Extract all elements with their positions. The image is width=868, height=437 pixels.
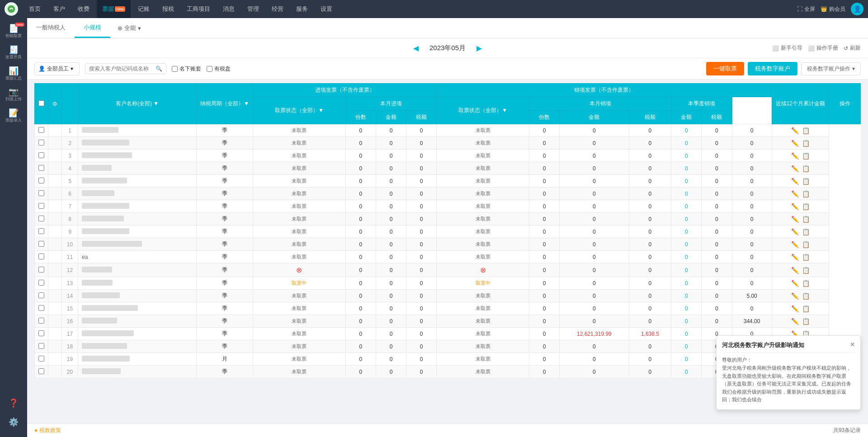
row-checkbox-2[interactable] xyxy=(38,140,44,146)
sidebar-item-summary[interactable]: 📊 票据汇总 xyxy=(2,64,25,84)
edit-icon-14[interactable]: ✏️ xyxy=(791,292,799,300)
nav-message[interactable]: 消息 xyxy=(217,0,240,18)
copy-icon-9[interactable]: 📋 xyxy=(802,228,810,235)
nav-invoice[interactable]: 票据 new xyxy=(97,0,131,18)
row-checkbox-16[interactable] xyxy=(38,318,44,324)
notif-close-btn[interactable]: ✕ xyxy=(850,341,855,349)
edit-icon-13[interactable]: ✏️ xyxy=(791,280,799,287)
edit-icon-5[interactable]: ✏️ xyxy=(791,178,799,185)
tax-policy-link[interactable]: ● 税政政策 xyxy=(34,427,61,434)
row-select[interactable] xyxy=(35,251,48,263)
edit-icon-7[interactable]: ✏️ xyxy=(791,203,799,210)
copy-icon-16[interactable]: 📋 xyxy=(802,318,810,325)
tab-small[interactable]: 小规模 xyxy=(75,18,110,38)
new-guide-btn[interactable]: ⬜ 新手引导 xyxy=(772,44,802,52)
next-date-btn[interactable]: ▶ xyxy=(473,42,486,54)
edit-icon-2[interactable]: ✏️ xyxy=(791,140,799,147)
fullscreen-btn[interactable]: ⛶ 全屏 xyxy=(797,5,815,13)
copy-icon-15[interactable]: 📋 xyxy=(802,305,810,312)
row-checkbox-5[interactable] xyxy=(38,178,44,183)
sidebar-item-open-invoice[interactable]: 🧾 发票开具 xyxy=(2,43,25,62)
digital-account-btn[interactable]: 税务数字账户 xyxy=(748,62,797,75)
row-select[interactable] xyxy=(35,263,48,277)
row-select[interactable] xyxy=(35,353,48,366)
manual-btn[interactable]: ⬜ 操作手册 xyxy=(808,44,838,52)
search-icon[interactable]: 🔍 xyxy=(156,66,162,72)
row-select[interactable] xyxy=(35,328,48,340)
copy-icon-1[interactable]: 📋 xyxy=(802,127,810,134)
edit-icon-8[interactable]: ✏️ xyxy=(791,216,799,223)
copy-icon-2[interactable]: 📋 xyxy=(802,140,810,147)
digital-ops-btn[interactable]: 税务数字账户操作 ▾ xyxy=(801,62,861,75)
sidebar-item-smart-invoice[interactable]: 📄 智能取票 new xyxy=(2,22,25,41)
edit-icon-16[interactable]: ✏️ xyxy=(791,318,799,325)
sidebar-item-scan[interactable]: 📷 扫描上传 xyxy=(2,85,25,104)
row-select[interactable] xyxy=(35,226,48,238)
row-select[interactable] xyxy=(35,124,48,137)
employee-select[interactable]: 👤 全部员工 ▾ xyxy=(34,62,80,75)
sub-ledger-checkbox[interactable] xyxy=(172,66,178,72)
copy-icon-10[interactable]: 📋 xyxy=(802,241,810,248)
refresh-btn[interactable]: ↺ 刷新 xyxy=(844,44,861,52)
edit-icon-12[interactable]: ✏️ xyxy=(791,267,799,274)
row-select[interactable] xyxy=(35,366,48,378)
has-tax-check[interactable]: 有税盘 xyxy=(207,65,231,73)
row-select[interactable] xyxy=(35,188,48,200)
edit-icon-6[interactable]: ✏️ xyxy=(791,190,799,197)
row-select[interactable] xyxy=(35,162,48,175)
row-checkbox-1[interactable] xyxy=(38,127,44,133)
copy-icon-11[interactable]: 📋 xyxy=(802,254,810,261)
copy-icon-6[interactable]: 📋 xyxy=(802,190,810,197)
search-input[interactable] xyxy=(89,66,154,72)
row-select[interactable] xyxy=(35,290,48,302)
copy-icon-3[interactable]: 📋 xyxy=(802,152,810,160)
row-select[interactable] xyxy=(35,137,48,150)
row-checkbox-19[interactable] xyxy=(38,356,44,362)
row-checkbox-12[interactable] xyxy=(38,267,44,273)
nav-home[interactable]: 首页 xyxy=(24,0,46,18)
copy-icon-4[interactable]: 📋 xyxy=(802,165,810,172)
copy-icon-5[interactable]: 📋 xyxy=(802,178,810,185)
row-checkbox-13[interactable] xyxy=(38,280,44,286)
member-btn[interactable]: 👑 购会员 xyxy=(821,5,845,13)
tab-all[interactable]: ⊕ 全能 ▾ xyxy=(110,18,148,38)
row-checkbox-20[interactable] xyxy=(38,368,44,374)
nav-tax[interactable]: 报税 xyxy=(157,0,179,18)
edit-icon-3[interactable]: ✏️ xyxy=(791,152,799,160)
edit-icon-10[interactable]: ✏️ xyxy=(791,241,799,248)
row-checkbox-7[interactable] xyxy=(38,203,44,209)
row-checkbox-15[interactable] xyxy=(38,305,44,311)
row-select[interactable] xyxy=(35,150,48,162)
nav-accounting[interactable]: 记账 xyxy=(132,0,155,18)
th-tax-period[interactable]: 纳税周期（全部）▼ xyxy=(197,84,253,124)
row-select[interactable] xyxy=(35,213,48,226)
row-checkbox-3[interactable] xyxy=(38,152,44,158)
row-checkbox-10[interactable] xyxy=(38,241,44,247)
th-out-status[interactable]: 取票状态（全部）▼ xyxy=(437,97,529,124)
edit-icon-4[interactable]: ✏️ xyxy=(791,165,799,172)
copy-icon-13[interactable]: 📋 xyxy=(802,280,810,287)
nav-settings[interactable]: 设置 xyxy=(315,0,338,18)
sub-ledger-check[interactable]: 名下账套 xyxy=(172,65,201,73)
row-select[interactable] xyxy=(35,302,48,315)
row-checkbox-14[interactable] xyxy=(38,292,44,298)
row-select[interactable] xyxy=(35,238,48,251)
edit-icon-1[interactable]: ✏️ xyxy=(791,127,799,134)
nav-manage[interactable]: 管理 xyxy=(242,0,264,18)
th-in-status[interactable]: 取票状态（全部）▼ xyxy=(253,97,346,124)
row-checkbox-18[interactable] xyxy=(38,343,44,349)
row-checkbox-17[interactable] xyxy=(38,330,44,336)
edit-icon-11[interactable]: ✏️ xyxy=(791,254,799,261)
nav-client[interactable]: 客户 xyxy=(48,0,71,18)
copy-icon-8[interactable]: 📋 xyxy=(802,216,810,223)
user-avatar[interactable]: 👤 xyxy=(851,3,863,15)
sidebar-item-settings-bottom[interactable]: ⚙️ xyxy=(2,414,25,430)
row-select[interactable] xyxy=(35,175,48,188)
row-checkbox-8[interactable] xyxy=(38,216,44,221)
one-click-btn[interactable]: 一键取票 xyxy=(706,62,744,75)
has-tax-checkbox[interactable] xyxy=(207,66,212,72)
row-checkbox-9[interactable] xyxy=(38,228,44,234)
th-client[interactable]: 客户名称(全部) ▼ xyxy=(78,84,197,124)
copy-icon-7[interactable]: 📋 xyxy=(802,203,810,210)
sidebar-item-help[interactable]: ❓ xyxy=(2,395,25,411)
